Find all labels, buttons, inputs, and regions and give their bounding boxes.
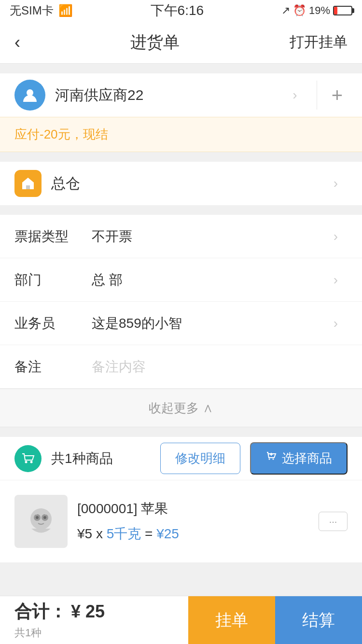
- carrier-label: 无SIM卡: [10, 3, 54, 18]
- add-button[interactable]: +: [327, 84, 348, 106]
- invoice-type-label: 票据类型: [14, 227, 82, 246]
- product-item: [0000001] 苹果 ¥5 x 5千克 = ¥25 ···: [0, 480, 362, 563]
- supplier-select-button[interactable]: 河南供应商22 ›: [14, 80, 307, 111]
- svg-point-12: [43, 516, 46, 519]
- battery-percent: 19%: [309, 4, 330, 17]
- svg-point-2: [25, 461, 28, 463]
- gap1: [0, 64, 362, 73]
- remarks-placeholder: 备注内容: [82, 358, 348, 376]
- nav-bar: ‹ 进货单 打开挂单: [0, 21, 362, 64]
- open-hang-button[interactable]: 打开挂单: [290, 32, 348, 52]
- price-separator: x: [96, 526, 107, 541]
- remarks-row[interactable]: 备注 备注内容: [0, 345, 362, 389]
- quantity-value: 5千克: [107, 526, 141, 541]
- divider: [317, 81, 317, 110]
- department-chevron-icon: ›: [334, 272, 338, 288]
- chevron-right-icon: ›: [292, 87, 297, 103]
- time-label: 下午6:16: [151, 1, 204, 20]
- form-section: 票据类型 不开票 › 部门 总 部 › 业务员 这是859的小智 › 备注 备注…: [0, 215, 362, 389]
- svg-point-8: [30, 508, 52, 530]
- svg-rect-1: [26, 185, 30, 189]
- product-thumbnail: [14, 495, 68, 548]
- salesperson-label: 业务员: [14, 314, 82, 333]
- equals-sign: =: [145, 526, 156, 541]
- supplier-section: 河南供应商22 › +: [0, 73, 362, 117]
- supplier-name: 河南供应商22: [55, 85, 292, 105]
- status-left: 无SIM卡 📶: [10, 3, 73, 18]
- notice-bar: 应付-20元，现结: [0, 117, 362, 152]
- total-value: ¥ 25: [71, 602, 105, 621]
- edit-detail-button[interactable]: 修改明细: [160, 443, 240, 474]
- bottom-summary-bar: 合计： ¥ 25 共1种 挂单 结算: [0, 596, 362, 644]
- total-price: ¥25: [156, 526, 179, 541]
- collapse-button[interactable]: 收起更多 ∧: [0, 389, 362, 427]
- invoice-type-row[interactable]: 票据类型 不开票 ›: [0, 215, 362, 258]
- status-bar: 无SIM卡 📶 下午6:16 ↗ ⏰ 19%: [0, 0, 362, 21]
- select-product-button[interactable]: 选择商品: [250, 442, 348, 475]
- location-icon: ↗: [281, 4, 290, 17]
- product-count-text: 共1种商品: [51, 449, 160, 468]
- warehouse-icon: [14, 170, 42, 197]
- select-product-icon: [265, 451, 277, 466]
- gap3: [0, 205, 362, 215]
- page-title: 进货单: [130, 31, 180, 54]
- department-label: 部门: [14, 271, 82, 289]
- svg-point-3: [30, 461, 33, 463]
- total-label: 合计： ¥ 25: [14, 600, 174, 624]
- salesperson-value: 这是859的小智: [82, 314, 334, 333]
- department-row[interactable]: 部门 总 部 ›: [0, 258, 362, 302]
- invoice-chevron-icon: ›: [334, 229, 338, 244]
- svg-point-0: [27, 89, 33, 96]
- select-product-label: 选择商品: [282, 450, 332, 467]
- salesperson-row[interactable]: 业务员 这是859的小智 ›: [0, 302, 362, 345]
- price-value: ¥5: [77, 526, 92, 541]
- product-more-button[interactable]: ···: [319, 512, 348, 531]
- settle-button[interactable]: 结算: [275, 596, 362, 644]
- product-info: [0000001] 苹果 ¥5 x 5千克 = ¥25: [77, 500, 309, 543]
- product-price: ¥5 x 5千克 = ¥25: [77, 525, 309, 543]
- invoice-type-value: 不开票: [82, 227, 334, 246]
- svg-point-5: [273, 459, 274, 460]
- warehouse-name: 总仓: [51, 174, 334, 194]
- product-count-icon: [14, 445, 42, 472]
- svg-point-11: [36, 516, 39, 519]
- department-value: 总 部: [82, 271, 334, 289]
- products-header: 共1种商品 修改明细 选择商品: [0, 437, 362, 480]
- wifi-icon: 📶: [58, 4, 73, 17]
- supplier-avatar: [14, 80, 45, 111]
- battery-icon: [333, 6, 352, 15]
- total-count: 共1种: [14, 626, 174, 640]
- svg-point-4: [269, 459, 270, 460]
- gap2: [0, 152, 362, 162]
- status-right: ↗ ⏰ 19%: [281, 4, 352, 17]
- warehouse-chevron-icon: ›: [334, 176, 338, 191]
- summary-info: 合计： ¥ 25 共1种: [0, 600, 188, 640]
- total-prefix: 合计：: [14, 602, 67, 621]
- product-name: [0000001] 苹果: [77, 500, 309, 518]
- hang-order-button[interactable]: 挂单: [188, 596, 275, 644]
- back-button[interactable]: ‹: [14, 32, 20, 53]
- remarks-label: 备注: [14, 358, 82, 376]
- alarm-icon: ⏰: [293, 4, 306, 17]
- salesperson-chevron-icon: ›: [334, 316, 338, 331]
- warehouse-select-button[interactable]: 总仓 ›: [0, 162, 362, 205]
- gap4: [0, 427, 362, 437]
